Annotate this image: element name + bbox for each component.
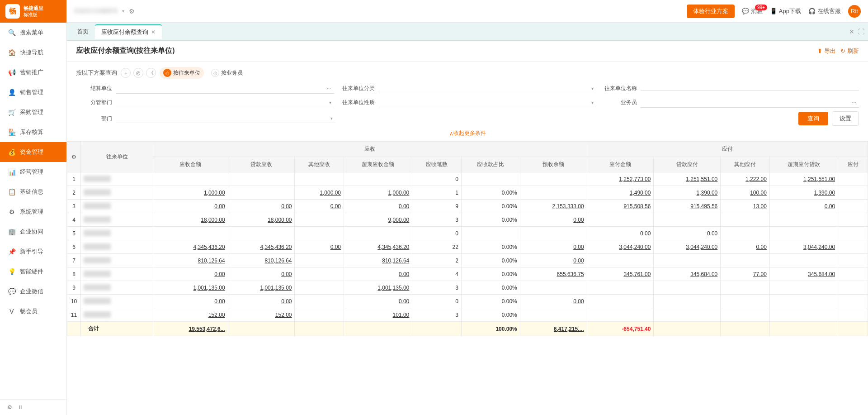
row-ar-overdue[interactable]: 0.00: [344, 267, 412, 281]
row-ap-other[interactable]: 77.00: [721, 267, 770, 281]
row-ar-loan[interactable]: 4,345,436.20: [228, 240, 295, 254]
row-ap-amount[interactable]: 1,252,773.00: [587, 172, 654, 186]
row-ar-ratio[interactable]: 0.00%: [461, 308, 520, 322]
sidebar-item-wechat[interactable]: 💬 企业微信: [0, 281, 66, 301]
partner-name-input[interactable]: [641, 86, 859, 91]
row-ap-loan[interactable]: 3,044,240.00: [654, 240, 721, 254]
row-ar-loan[interactable]: 810,126.64: [228, 254, 295, 267]
sidebar-item-member[interactable]: Ⅴ 畅会员: [0, 301, 66, 321]
row-ar-count[interactable]: 0: [412, 295, 462, 308]
row-ar-overdue[interactable]: 9,000.00: [344, 213, 412, 227]
row-ar-overdue[interactable]: 1,000.00: [344, 186, 412, 200]
row-ar-loan[interactable]: 152.00: [228, 308, 295, 322]
row-ap-overdue[interactable]: 345,684.00: [769, 267, 838, 281]
service-btn[interactable]: 🎧 在线客服: [808, 7, 841, 15]
row-ar-other[interactable]: 0.00: [295, 200, 344, 213]
sidebar-item-system[interactable]: ⚙ 系统管理: [0, 202, 66, 222]
row-ap-loan[interactable]: 1,251,551.00: [654, 172, 721, 186]
row-advance[interactable]: 0.00: [520, 295, 587, 308]
row-advance[interactable]: 655,636.75: [520, 267, 587, 281]
row-ar-amount[interactable]: 0.00: [153, 295, 228, 308]
sidebar-item-inventory[interactable]: 🏪 库存核算: [0, 122, 66, 142]
row-ap-loan[interactable]: 915,495.56: [654, 200, 721, 213]
row-ap-overdue[interactable]: 1,390.00: [769, 186, 838, 200]
row-advance[interactable]: 0.00: [520, 254, 587, 267]
salesperson-input[interactable]: ···: [641, 97, 859, 108]
row-ar-count[interactable]: 0: [412, 172, 462, 186]
row-ar-count[interactable]: 3: [412, 308, 462, 322]
partner-category-input[interactable]: ▾: [378, 84, 597, 93]
collapse-btn[interactable]: ∧ 收起更多条件: [76, 129, 859, 137]
row-ar-count[interactable]: 2: [412, 254, 462, 267]
sidebar-item-search[interactable]: 🔍 搜索菜单: [0, 23, 66, 43]
row-ar-count[interactable]: 1: [412, 186, 462, 200]
row-ar-overdue[interactable]: 4,345,436.20: [344, 240, 412, 254]
sidebar-item-operation[interactable]: 📊 经营管理: [0, 162, 66, 182]
row-ar-ratio[interactable]: 0.00%: [461, 213, 520, 227]
sidebar-item-marketing[interactable]: 📢 营销推广: [0, 62, 66, 82]
row-ar-ratio[interactable]: 0.00%: [461, 281, 520, 295]
total-ar-amount[interactable]: 19,553,472,6...: [153, 322, 228, 336]
row-ap-loan[interactable]: 1,390.00: [654, 186, 721, 200]
row-ar-loan[interactable]: 0.00: [228, 295, 295, 308]
tab-balance[interactable]: 应收应付余额查询 ✕: [95, 24, 162, 39]
row-ap-other[interactable]: 100.00: [721, 186, 770, 200]
settings-button[interactable]: 设置: [832, 111, 859, 126]
row-ap-amount[interactable]: 0.00: [587, 227, 654, 240]
row-ar-loan[interactable]: 1,001,135.00: [228, 281, 295, 295]
row-ap-overdue[interactable]: 0.00: [769, 200, 838, 213]
row-ap-other[interactable]: 13.00: [721, 200, 770, 213]
row-ar-amount[interactable]: 0.00: [153, 200, 228, 213]
row-ar-amount[interactable]: 810,126.64: [153, 254, 228, 267]
settings-footer-icon[interactable]: ⚙: [7, 404, 12, 410]
app-download-btn[interactable]: 📱 App下载: [770, 7, 801, 15]
sidebar-item-purchase[interactable]: 🛒 采购管理: [0, 102, 66, 122]
row-ap-other[interactable]: 0.00: [721, 240, 770, 254]
row-ar-amount[interactable]: 0.00: [153, 267, 228, 281]
row-ar-ratio[interactable]: 0.00%: [461, 295, 520, 308]
sidebar-item-basic[interactable]: 📋 基础信息: [0, 182, 66, 202]
edit-scheme-icon[interactable]: ◎: [133, 68, 143, 78]
row-ap-amount[interactable]: 345,761.00: [587, 267, 654, 281]
dropdown-icon[interactable]: ▾: [122, 9, 124, 14]
refresh-btn[interactable]: ↻ 刷新: [840, 47, 859, 55]
export-btn[interactable]: ⬆ 导出: [817, 47, 836, 55]
tab-home[interactable]: 首页: [71, 25, 95, 38]
sidebar-item-sales[interactable]: 👤 销售管理: [0, 82, 66, 102]
gear-icon[interactable]: ⚙: [129, 8, 135, 15]
row-ar-overdue[interactable]: 101.00: [344, 308, 412, 322]
sidebar-item-hardware[interactable]: 💡 智能硬件: [0, 262, 66, 281]
row-ar-amount[interactable]: 1,001,135.00: [153, 281, 228, 295]
row-ar-count[interactable]: 22: [412, 240, 462, 254]
row-ar-count[interactable]: 9: [412, 200, 462, 213]
row-advance[interactable]: 0.00: [520, 240, 587, 254]
row-ar-ratio[interactable]: 0.00%: [461, 254, 520, 267]
sidebar-item-quick[interactable]: 🏠 快捷导航: [0, 43, 66, 62]
sidebar-item-finance[interactable]: 💰 资金管理: [0, 142, 66, 162]
row-advance[interactable]: 0.00: [520, 213, 587, 227]
query-button[interactable]: 查询: [798, 112, 828, 125]
row-ar-other[interactable]: 0.00: [295, 240, 344, 254]
scheme-option-salesperson[interactable]: ◎ 按业务员: [208, 67, 246, 79]
window-expand-icon[interactable]: ⛶: [858, 28, 864, 35]
user-avatar[interactable]: Rit: [848, 5, 861, 18]
row-ap-amount[interactable]: 3,044,240.00: [587, 240, 654, 254]
collapse-icon[interactable]: ⏸: [18, 404, 23, 410]
row-ar-ratio[interactable]: 0.00%: [461, 240, 520, 254]
row-ar-overdue[interactable]: 1,001,135.00: [344, 281, 412, 295]
row-ap-other[interactable]: 1,222.00: [721, 172, 770, 186]
back-scheme-icon[interactable]: 《: [146, 68, 156, 78]
row-ap-loan[interactable]: 0.00: [654, 227, 721, 240]
row-ar-loan[interactable]: 0.00: [228, 267, 295, 281]
row-ar-amount[interactable]: 1,000.00: [153, 186, 228, 200]
tab-close-icon[interactable]: ✕: [151, 29, 156, 35]
row-ar-overdue[interactable]: 810,126.64: [344, 254, 412, 267]
partner-nature-input[interactable]: ▾: [378, 98, 597, 107]
settlement-unit-input[interactable]: ···: [116, 83, 334, 94]
window-close-icon[interactable]: ✕: [849, 28, 854, 35]
table-settings-icon[interactable]: ⚙: [71, 154, 76, 160]
row-ar-count[interactable]: 3: [412, 213, 462, 227]
row-ar-ratio[interactable]: 0.00%: [461, 186, 520, 200]
row-ar-count[interactable]: 3: [412, 281, 462, 295]
row-ar-amount[interactable]: 4,345,436.20: [153, 240, 228, 254]
